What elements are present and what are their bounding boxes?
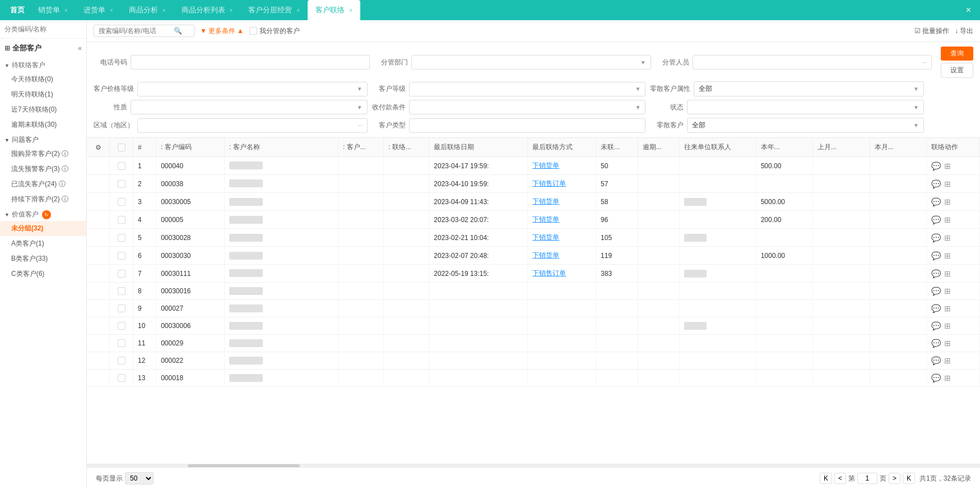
grid-action-icon[interactable]: ⊞ bbox=[944, 179, 951, 188]
action-cell[interactable]: 💬 ⊞ bbox=[927, 229, 980, 247]
col-customer-type[interactable]: : 客户... bbox=[338, 138, 383, 157]
last-contact-method-cell[interactable]: 下销货单 bbox=[528, 157, 596, 175]
grid-action-icon[interactable]: ⊞ bbox=[944, 233, 951, 242]
last-contact-method-cell[interactable]: 下销售订单 bbox=[528, 175, 596, 193]
checkbox-cell[interactable] bbox=[110, 229, 133, 247]
col-code[interactable]: : 客户编码 bbox=[156, 138, 225, 157]
chat-icon[interactable]: 💬 bbox=[931, 339, 941, 348]
tab-sales-close[interactable]: × bbox=[64, 7, 68, 13]
nature-select[interactable]: ▼ bbox=[131, 100, 368, 114]
tab-product-analysis-list[interactable]: 商品分析列表 × bbox=[174, 0, 241, 20]
last-contact-method-cell[interactable]: 下销货单 bbox=[528, 247, 596, 265]
payment-select[interactable]: ▼ bbox=[409, 100, 646, 114]
grid-action-icon[interactable]: ⊞ bbox=[944, 162, 951, 170]
row-checkbox[interactable] bbox=[118, 270, 126, 278]
chat-icon[interactable]: 💬 bbox=[931, 287, 941, 296]
status-select[interactable]: ▼ bbox=[687, 100, 924, 114]
checkbox-cell[interactable] bbox=[110, 352, 133, 370]
sidebar-item-churn-warning[interactable]: 流失预警客户(3) ⓘ bbox=[0, 162, 86, 177]
chat-icon[interactable]: 💬 bbox=[931, 269, 941, 278]
last-contact-method-cell[interactable]: 下销货单 bbox=[528, 229, 596, 247]
action-cell[interactable]: 💬 ⊞ bbox=[927, 317, 980, 335]
checkbox-cell[interactable] bbox=[110, 175, 133, 193]
col-last-contact-date[interactable]: 最后联络日期 bbox=[429, 138, 528, 157]
problem-group-header[interactable]: ▼ 问题客户 bbox=[0, 132, 86, 146]
chat-icon[interactable]: 💬 bbox=[931, 321, 941, 330]
col-contact[interactable]: : 联络... bbox=[384, 138, 429, 157]
tab-sales[interactable]: 销货单 × bbox=[30, 0, 76, 20]
region-select[interactable]: ··· bbox=[137, 118, 368, 133]
price-level-select[interactable]: ▼ bbox=[137, 82, 368, 96]
grid-action-icon[interactable]: ⊞ bbox=[944, 287, 951, 296]
action-cell[interactable]: 💬 ⊞ bbox=[927, 193, 980, 211]
query-button[interactable]: 查询 bbox=[941, 47, 973, 61]
search-icon[interactable]: 🔍 bbox=[174, 27, 182, 35]
action-cell[interactable]: 💬 ⊞ bbox=[927, 211, 980, 229]
row-checkbox[interactable] bbox=[118, 339, 126, 347]
contact-method-link[interactable]: 下销售订单 bbox=[532, 179, 566, 187]
department-select[interactable]: ▼ bbox=[411, 55, 651, 70]
retail-attr-select[interactable]: 全部▼ bbox=[694, 81, 924, 96]
value-group-header[interactable]: ▼ 价值客户 ↻ bbox=[0, 207, 86, 221]
row-checkbox[interactable] bbox=[118, 162, 126, 170]
last-contact-method-cell[interactable] bbox=[528, 300, 596, 317]
contact-method-link[interactable]: 下销货单 bbox=[532, 233, 559, 241]
sidebar-item-7days[interactable]: 近7天待联络(0) bbox=[0, 102, 86, 117]
sidebar-search-input[interactable] bbox=[4, 25, 87, 33]
grid-action-icon[interactable]: ⊞ bbox=[944, 356, 951, 365]
tab-customer-contact[interactable]: 客户联络 × bbox=[308, 0, 360, 20]
action-cell[interactable]: 💬 ⊞ bbox=[927, 370, 980, 387]
export-button[interactable]: ↓ 导出 bbox=[955, 26, 973, 36]
row-checkbox[interactable] bbox=[118, 252, 126, 260]
chat-icon[interactable]: 💬 bbox=[931, 197, 941, 206]
action-cell[interactable]: 💬 ⊞ bbox=[927, 265, 980, 283]
last-contact-method-cell[interactable] bbox=[528, 283, 596, 300]
data-table-container[interactable]: ⚙ # : 客户编码 : 客户名称 : 客户... : 联络... 最后联络日期… bbox=[87, 138, 980, 464]
col-not-contacted[interactable]: 未联... bbox=[596, 138, 638, 157]
checkbox-cell[interactable] bbox=[110, 335, 133, 352]
sidebar-item-hoarding[interactable]: 囤购异常客户(2) ⓘ bbox=[0, 146, 86, 162]
grid-action-icon[interactable]: ⊞ bbox=[944, 197, 951, 206]
tab-home[interactable]: 首页 bbox=[4, 0, 30, 20]
checkbox-cell[interactable] bbox=[110, 283, 133, 300]
contact-method-link[interactable]: 下销货单 bbox=[532, 197, 559, 205]
checkbox-cell[interactable] bbox=[110, 300, 133, 317]
action-cell[interactable]: 💬 ⊞ bbox=[927, 283, 980, 300]
search-box[interactable]: 🔍 bbox=[94, 25, 194, 37]
col-name[interactable]: : 客户名称 bbox=[224, 138, 338, 157]
grid-action-icon[interactable]: ⊞ bbox=[944, 215, 951, 224]
prev-page-button[interactable]: < bbox=[834, 473, 846, 484]
row-checkbox[interactable] bbox=[118, 305, 126, 312]
reset-button[interactable]: 设置 bbox=[941, 63, 973, 78]
tab-product-analysis-close[interactable]: × bbox=[162, 7, 166, 13]
tab-customer-stratify[interactable]: 客户分层经营 × bbox=[240, 0, 308, 20]
row-checkbox[interactable] bbox=[118, 216, 126, 224]
window-close-button[interactable]: × bbox=[962, 5, 976, 15]
per-page-select[interactable]: 50 100 200 bbox=[125, 472, 154, 485]
waiting-group-header[interactable]: ▼ 待联络客户 bbox=[0, 58, 86, 72]
grid-action-icon[interactable]: ⊞ bbox=[944, 304, 951, 313]
action-cell[interactable]: 💬 ⊞ bbox=[927, 247, 980, 265]
action-cell[interactable]: 💬 ⊞ bbox=[927, 335, 980, 352]
chat-icon[interactable]: 💬 bbox=[931, 215, 941, 224]
col-last-contact-method[interactable]: 最后联络方式 bbox=[528, 138, 596, 157]
customer-level-select[interactable]: ▼ bbox=[409, 82, 646, 96]
action-cell[interactable]: 💬 ⊞ bbox=[927, 175, 980, 193]
tab-product-analysis-list-close[interactable]: × bbox=[230, 7, 233, 13]
grid-action-icon[interactable]: ⊞ bbox=[944, 373, 951, 382]
chat-icon[interactable]: 💬 bbox=[931, 162, 941, 170]
customer-type-select[interactable] bbox=[409, 118, 646, 133]
contact-method-link[interactable]: 下销货单 bbox=[532, 251, 559, 259]
sidebar-item-today[interactable]: 今天待联络(0) bbox=[0, 72, 86, 87]
col-overdue[interactable]: 逾期... bbox=[638, 138, 679, 157]
chat-icon[interactable]: 💬 bbox=[931, 373, 941, 382]
retail-customer-select[interactable]: 全部▼ bbox=[687, 118, 924, 133]
batch-ops-button[interactable]: ☑ 批量操作 bbox=[914, 26, 949, 36]
sidebar-item-class-b[interactable]: B类客户(33) bbox=[0, 251, 86, 266]
gear-icon[interactable]: ⚙ bbox=[95, 144, 101, 151]
contact-method-link[interactable]: 下销货单 bbox=[532, 162, 559, 169]
refresh-badge[interactable]: ↻ bbox=[42, 210, 51, 219]
col-gear[interactable]: ⚙ bbox=[87, 138, 110, 157]
grid-action-icon[interactable]: ⊞ bbox=[944, 339, 951, 348]
sidebar-item-churned[interactable]: 已流失客户(24) ⓘ bbox=[0, 177, 86, 192]
